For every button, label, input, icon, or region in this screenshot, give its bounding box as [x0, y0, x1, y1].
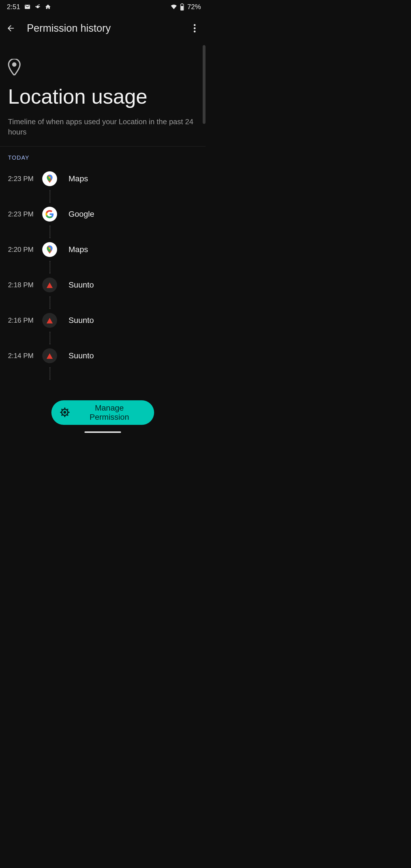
section-label: TODAY [0, 154, 205, 167]
svg-point-2 [39, 6, 40, 7]
row-app-name: Maps [68, 245, 88, 254]
svg-point-1 [35, 6, 36, 7]
timeline-connector [50, 261, 50, 274]
status-clock: 2:51 [7, 3, 20, 11]
app-bar: Permission history [0, 14, 205, 43]
svg-rect-5 [182, 3, 183, 4]
timeline-row[interactable]: 2:23 PMMaps [0, 167, 205, 190]
row-time: 2:14 PM [8, 352, 42, 360]
google-app-icon [42, 207, 57, 222]
timeline-connector [50, 297, 50, 309]
home-icon [45, 4, 51, 10]
more-button[interactable] [188, 22, 201, 35]
status-bar: 2:51 72% [0, 0, 205, 14]
timeline-connector [50, 332, 50, 344]
status-battery: 72% [187, 3, 201, 11]
svg-point-9 [194, 31, 196, 33]
hero: Location usage Timeline of when apps use… [0, 43, 205, 146]
fab-label: Manage Permission [76, 403, 143, 422]
svg-point-10 [12, 62, 16, 66]
scrollbar-thumb[interactable] [203, 45, 205, 124]
battery-icon [180, 3, 184, 10]
gear-icon [59, 407, 70, 418]
svg-point-7 [194, 24, 196, 26]
svg-point-11 [49, 177, 51, 179]
nav-handle[interactable] [85, 431, 121, 433]
row-time: 2:16 PM [8, 316, 42, 324]
timeline-row[interactable]: 2:23 PMGoogle [0, 203, 205, 225]
row-time: 2:20 PM [8, 246, 42, 253]
suunto-app-icon [42, 313, 57, 328]
svg-point-13 [63, 411, 66, 413]
row-app-name: Google [68, 210, 94, 219]
row-app-name: Maps [68, 174, 88, 183]
wifi-icon [170, 4, 178, 10]
row-time: 2:23 PM [8, 175, 42, 183]
timeline-connector [50, 225, 50, 238]
row-app-name: Suunto [68, 316, 94, 325]
timeline-row[interactable]: 2:14 PMSuunto [0, 344, 205, 367]
reddit-icon [35, 4, 41, 10]
timeline-row[interactable]: 2:18 PMSuunto [0, 274, 205, 297]
timeline-connector [50, 190, 50, 203]
svg-point-12 [49, 247, 51, 249]
location-pin-icon [8, 59, 197, 76]
timeline-connector [50, 367, 50, 380]
hero-title: Location usage [8, 86, 197, 107]
manage-permission-button[interactable]: Manage Permission [51, 400, 154, 425]
back-button[interactable] [5, 22, 17, 35]
maps-app-icon [42, 242, 57, 257]
row-time: 2:18 PM [8, 281, 42, 289]
suunto-app-icon [42, 348, 57, 363]
maps-app-icon [42, 171, 57, 186]
row-app-name: Suunto [68, 351, 94, 360]
page-title: Permission history [27, 22, 188, 34]
timeline-row[interactable]: 2:20 PMMaps [0, 238, 205, 261]
row-app-name: Suunto [68, 280, 94, 289]
timeline-section: TODAY 2:23 PMMaps2:23 PMGoogle2:20 PMMap… [0, 147, 205, 380]
mail-icon [24, 4, 31, 10]
suunto-app-icon [42, 278, 57, 292]
hero-subtitle: Timeline of when apps used your Location… [8, 117, 197, 137]
timeline-row[interactable]: 2:16 PMSuunto [0, 309, 205, 332]
svg-point-0 [36, 5, 39, 8]
svg-rect-6 [181, 6, 183, 10]
svg-point-8 [194, 27, 196, 29]
row-time: 2:23 PM [8, 210, 42, 218]
